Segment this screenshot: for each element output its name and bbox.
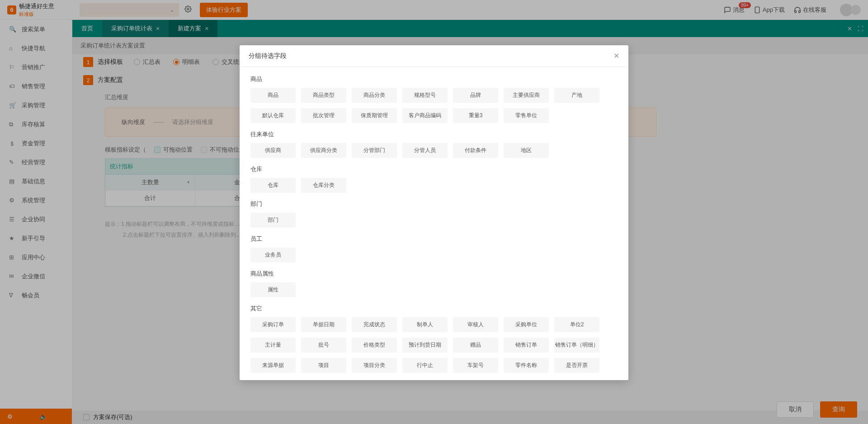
group-title: 商品 [250,75,618,83]
modal: 分组待选字段 ✕ 商品商品商品类型商品分类规格型号品牌主要供应商产地默认仓库批次… [240,45,628,380]
group-title: 其它 [250,305,618,313]
close-icon[interactable]: ✕ [613,52,619,60]
chip-6-16[interactable]: 项目分类 [352,358,397,373]
field-group-1: 往来单位供应商供应商分类分管部门分管人员付款条件地区 [250,130,618,158]
chip-1-1[interactable]: 供应商分类 [301,143,346,158]
chip-6-20[interactable]: 是否开票 [554,358,599,373]
field-group-2: 仓库仓库仓库分类 [250,165,618,193]
chip-3-0[interactable]: 部门 [250,213,296,228]
field-group-3: 部门部门 [250,200,618,228]
field-group-6: 其它采购订单单据日期完成状态制单人审核人采购单位单位2主计量批号价格类型预计到货… [250,305,618,373]
chip-1-5[interactable]: 地区 [504,143,549,158]
chip-0-5[interactable]: 主要供应商 [504,88,549,103]
chip-6-19[interactable]: 零件名称 [504,358,549,373]
field-group-5: 商品属性属性 [250,270,618,297]
chip-6-2[interactable]: 完成状态 [352,317,397,332]
chip-0-6[interactable]: 产地 [554,88,599,103]
modal-title: 分组待选字段 [249,52,287,60]
chip-2-1[interactable]: 仓库分类 [301,178,346,193]
group-title: 仓库 [250,165,618,173]
chip-6-6[interactable]: 单位2 [554,317,599,332]
chip-6-17[interactable]: 行中止 [402,358,448,373]
chip-6-11[interactable]: 赠品 [453,338,498,353]
chip-6-18[interactable]: 车架号 [453,358,498,373]
chip-6-15[interactable]: 项目 [301,358,346,373]
chip-0-8[interactable]: 批次管理 [301,108,346,123]
chip-1-0[interactable]: 供应商 [250,143,296,158]
chip-0-7[interactable]: 默认仓库 [250,108,296,123]
chip-0-3[interactable]: 规格型号 [402,88,448,103]
chip-1-4[interactable]: 付款条件 [453,143,498,158]
chip-6-5[interactable]: 采购单位 [504,317,549,332]
chip-6-4[interactable]: 审核人 [453,317,498,332]
chip-4-0[interactable]: 业务员 [250,248,296,262]
group-title: 部门 [250,200,618,208]
chip-5-0[interactable]: 属性 [250,282,296,297]
chip-0-12[interactable]: 零售单位 [504,108,549,123]
chip-0-2[interactable]: 商品分类 [352,88,397,103]
modal-mask[interactable]: 分组待选字段 ✕ 商品商品商品类型商品分类规格型号品牌主要供应商产地默认仓库批次… [0,0,868,424]
chip-6-8[interactable]: 批号 [301,338,346,353]
chip-6-7[interactable]: 主计量 [250,338,296,353]
chip-2-0[interactable]: 仓库 [250,178,296,193]
chip-6-3[interactable]: 制单人 [402,317,448,332]
group-title: 员工 [250,235,618,243]
chip-0-10[interactable]: 客户商品编码 [402,108,448,123]
modal-header: 分组待选字段 ✕ [240,45,628,67]
chip-0-1[interactable]: 商品类型 [301,88,346,103]
chip-6-10[interactable]: 预计到货日期 [402,338,448,353]
chip-6-13[interactable]: 销售订单（明细） [554,338,599,353]
group-title: 往来单位 [250,130,618,138]
chip-1-3[interactable]: 分管人员 [402,143,448,158]
chip-6-9[interactable]: 价格类型 [352,338,397,353]
field-group-4: 员工业务员 [250,235,618,262]
chip-0-9[interactable]: 保质期管理 [352,108,397,123]
chip-6-1[interactable]: 单据日期 [301,317,346,332]
chip-0-4[interactable]: 品牌 [453,88,498,103]
group-title: 商品属性 [250,270,618,278]
modal-body: 商品商品商品类型商品分类规格型号品牌主要供应商产地默认仓库批次管理保质期管理客户… [240,67,628,380]
chip-6-0[interactable]: 采购订单 [250,317,296,332]
field-group-0: 商品商品商品类型商品分类规格型号品牌主要供应商产地默认仓库批次管理保质期管理客户… [250,75,618,123]
chip-1-2[interactable]: 分管部门 [352,143,397,158]
chip-0-11[interactable]: 重量3 [453,108,498,123]
chip-6-12[interactable]: 销售订单 [504,338,549,353]
chip-0-0[interactable]: 商品 [250,88,296,103]
chip-6-14[interactable]: 来源单据 [250,358,296,373]
